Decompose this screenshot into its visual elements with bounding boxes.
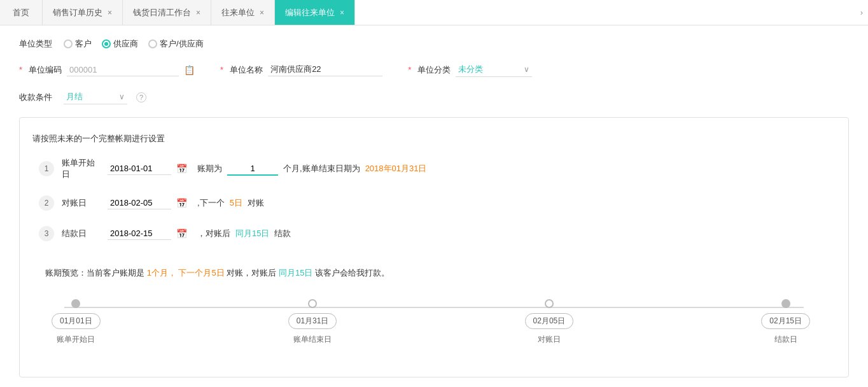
radio-customer[interactable]: 客户 — [64, 38, 92, 50]
unit-code-field: * 单位编码 📋 — [19, 64, 195, 76]
tabs-bar: 首页 销售订单历史 × 钱货日清工作台 × 往来单位 × 编辑往来单位 × › — [0, 0, 868, 25]
tab-edit-partner[interactable]: 编辑往来单位 × — [275, 0, 355, 25]
period-label: 账期为 — [197, 163, 222, 174]
timeline-label-2: 对账日 — [538, 334, 561, 345]
end-date-highlight: 2018年01月31日 — [365, 163, 427, 174]
reconcile-suffix: 对账 — [248, 197, 264, 209]
payment-value: 月结 — [66, 91, 116, 102]
unit-category-value: 未分类 — [458, 64, 521, 75]
tab-sales-history[interactable]: 销售订单历史 × — [43, 0, 123, 25]
close-tab-partner-units[interactable]: × — [260, 8, 264, 17]
tab-edit-partner-label: 编辑往来单位 — [285, 7, 335, 18]
tab-home[interactable]: 首页 — [0, 0, 43, 25]
timeline-container: 01月01日 账单开始日 01月31日 账单结束日 02月05日 对账日 — [45, 293, 823, 351]
close-tab-edit-partner[interactable]: × — [340, 8, 344, 17]
tab-sales-history-label: 销售订单历史 — [53, 7, 102, 18]
row-num-2: 2 — [39, 195, 54, 211]
payment-suffix: 结款 — [274, 228, 291, 239]
preview-label: 账期预览：当前客户账期是 — [45, 268, 144, 278]
timeline-pill-1: 01月31日 — [288, 313, 337, 329]
payment-dropdown-arrow: ∨ — [119, 92, 125, 101]
period-input[interactable] — [227, 162, 278, 176]
timeline-dot-0 — [71, 299, 80, 308]
unit-category-label: 单位分类 — [417, 64, 451, 76]
setting-row-2: 2 对账日 📅 ,下一个 5日 对账 — [32, 195, 836, 211]
timeline-dot-2 — [545, 299, 554, 308]
reconcile-date-input[interactable] — [108, 197, 171, 209]
timeline-pill-2: 02月05日 — [525, 313, 574, 329]
page-content: 单位类型 客户 供应商 客户/供应商 * 单位编码 📋 * 单位名称 — [0, 25, 868, 387]
timeline-label-1: 账单结束日 — [293, 334, 332, 345]
preview-text: 账期预览：当前客户账期是 1个月， 下一个月5日 对账，对账后 同月15日 该客… — [45, 267, 823, 280]
timeline-dot-3 — [781, 299, 790, 308]
preview-part4: 同月15日 — [279, 268, 312, 278]
payment-help-icon[interactable]: ? — [136, 92, 146, 102]
timeline-item-1: 01月31日 账单结束日 — [288, 299, 337, 345]
unit-type-row: 单位类型 客户 供应商 客户/供应商 — [19, 38, 849, 50]
radio-both[interactable]: 客户/供应商 — [148, 38, 204, 50]
code-calendar-icon[interactable]: 📋 — [184, 65, 195, 75]
unit-name-field: * 单位名称 — [220, 64, 382, 76]
radio-customer-label: 客户 — [75, 38, 92, 50]
unit-name-input[interactable] — [268, 64, 382, 76]
radio-supplier[interactable]: 供应商 — [102, 38, 138, 50]
radio-both-circle — [148, 39, 157, 48]
category-dropdown-arrow: ∨ — [524, 65, 529, 74]
tab-cashier-workbench-label: 钱货日清工作台 — [133, 7, 191, 18]
radio-supplier-label: 供应商 — [113, 38, 138, 50]
radio-customer-circle — [64, 39, 73, 48]
payment-label: 收款条件 — [19, 92, 52, 103]
settings-title: 请按照未来的一个完整帐期进行设置 — [32, 133, 836, 144]
reconcile-prefix: ,下一个 — [197, 197, 225, 209]
setting-row-1: 1 账单开始日 📅 账期为 个月,账单结束日期为 2018年01月31日 — [32, 157, 836, 180]
row-label-2: 对账日 — [62, 197, 100, 209]
payment-prefix: ，对账后 — [197, 228, 230, 239]
payment-date-input[interactable] — [108, 227, 171, 240]
timeline-label-3: 结款日 — [774, 334, 797, 345]
reconcile-date-calendar-icon[interactable]: 📅 — [176, 198, 187, 208]
category-required-star: * — [408, 65, 411, 74]
period-unit: 个月,账单结束日期为 — [283, 163, 360, 174]
payment-select[interactable]: 月结 ∨ — [64, 90, 127, 104]
timeline-label-0: 账单开始日 — [57, 334, 95, 345]
settings-box: 请按照未来的一个完整帐期进行设置 1 账单开始日 📅 账期为 个月,账单结束日期… — [19, 117, 849, 377]
preview-part3: 对账，对账后 — [227, 268, 276, 278]
preview-part5: 该客户会给我打款。 — [315, 268, 389, 278]
preview-part1: 1个月， — [147, 268, 176, 278]
radio-supplier-circle — [102, 39, 111, 48]
row-num-3: 3 — [39, 226, 54, 241]
unit-type-radio-group: 客户 供应商 客户/供应商 — [64, 38, 204, 50]
payment-row: 收款条件 月结 ∨ ? — [19, 90, 849, 104]
row-label-1: 账单开始日 — [62, 157, 100, 180]
setting-row-3: 3 结款日 📅 ，对账后 同月15日 结款 — [32, 226, 836, 241]
timeline-item-0: 01月01日 账单开始日 — [52, 299, 101, 345]
radio-both-label: 客户/供应商 — [160, 38, 204, 50]
payment-date-calendar-icon[interactable]: 📅 — [176, 229, 187, 239]
tabs-scroll-right[interactable]: › — [860, 8, 868, 17]
unit-type-label: 单位类型 — [19, 38, 52, 50]
timeline-item-3: 02月15日 结款日 — [761, 299, 810, 345]
row-num-1: 1 — [39, 161, 54, 176]
preview-part2: 下一个月5日 — [178, 268, 224, 278]
unit-code-label: 单位编码 — [29, 64, 62, 76]
close-tab-sales-history[interactable]: × — [108, 8, 112, 17]
unit-category-field: * 单位分类 未分类 ∨ — [408, 62, 532, 77]
tab-cashier-workbench[interactable]: 钱货日清工作台 × — [123, 0, 211, 25]
timeline-item-2: 02月05日 对账日 — [525, 299, 574, 345]
unit-code-input[interactable] — [67, 64, 179, 76]
close-tab-cashier-workbench[interactable]: × — [196, 8, 200, 17]
start-date-input[interactable] — [108, 162, 171, 175]
unit-info-row: * 单位编码 📋 * 单位名称 * 单位分类 未分类 ∨ — [19, 62, 849, 77]
unit-category-select[interactable]: 未分类 ∨ — [456, 62, 532, 77]
unit-name-label: 单位名称 — [230, 64, 263, 76]
payment-day-highlight: 同月15日 — [235, 228, 269, 239]
tab-partner-units-label: 往来单位 — [221, 7, 255, 18]
code-required-star: * — [19, 65, 22, 74]
reconcile-day-highlight: 5日 — [230, 197, 242, 209]
start-date-calendar-icon[interactable]: 📅 — [176, 164, 187, 174]
row-label-3: 结款日 — [62, 228, 100, 239]
timeline-dot-1 — [308, 299, 317, 308]
preview-section: 账期预览：当前客户账期是 1个月， 下一个月5日 对账，对账后 同月15日 该客… — [32, 257, 836, 362]
timeline-pill-3: 02月15日 — [761, 313, 810, 329]
tab-partner-units[interactable]: 往来单位 × — [211, 0, 275, 25]
